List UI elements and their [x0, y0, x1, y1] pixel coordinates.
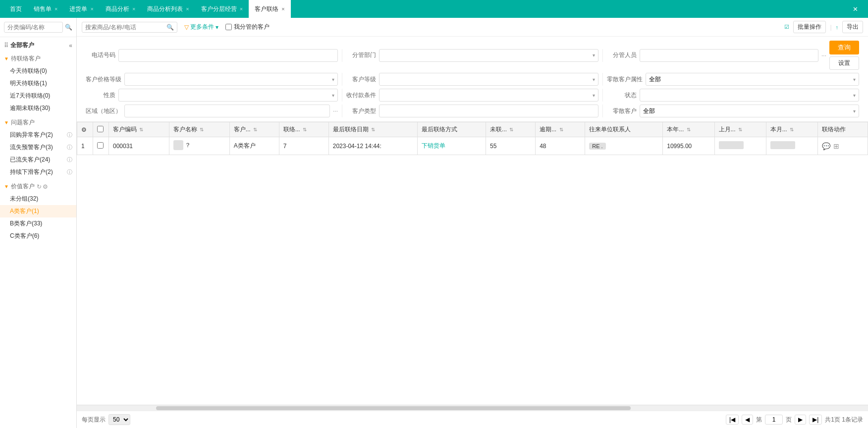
sort-icon[interactable]: ⇅ [139, 127, 143, 132]
sidebar-item-class-b[interactable]: B类客户(33) [0, 217, 76, 230]
scattered-select[interactable]: 全部 ▾ [640, 105, 859, 117]
tab-analysis-list[interactable]: 商品分析列表 × [141, 0, 195, 18]
search-icon[interactable]: 🔍 [166, 24, 174, 31]
sort-icon[interactable]: ⇅ [790, 127, 794, 132]
sidebar-search-input[interactable] [4, 22, 63, 33]
scrollbar-thumb[interactable] [156, 406, 631, 410]
topbar-close-btn[interactable]: ✕ [847, 0, 864, 18]
filter-row-2: 客户价格等级 ▾ 客户等级 ▾ 零散客户属性 全部 [82, 73, 863, 86]
th-no-contact: 未联... ⇅ [486, 122, 536, 137]
dept-select[interactable]: ▾ [379, 49, 598, 62]
tab-sales[interactable]: 销售单 × [28, 0, 63, 18]
prev-page-btn[interactable]: ◀ [742, 415, 753, 425]
last-method-link[interactable]: 下销货单 [422, 142, 445, 149]
search-icon[interactable]: 🔍 [65, 24, 72, 31]
payment-select[interactable]: ▾ [379, 89, 598, 102]
close-icon[interactable]: × [240, 6, 243, 12]
sort-icon[interactable]: ⇅ [200, 127, 204, 132]
filter-status: 状态 ▾ [603, 89, 863, 102]
my-customer-checkbox[interactable]: 我分管的客户 [225, 23, 270, 31]
sort-icon[interactable]: ⇅ [687, 127, 691, 132]
page-size-area: 每页显示 50 [82, 414, 130, 425]
main-search-input[interactable] [85, 24, 164, 31]
data-table: ⚙ 客户编码 ⇅ 客户名称 ⇅ [77, 122, 868, 155]
close-icon[interactable]: × [54, 6, 57, 12]
home-tab[interactable]: 首页 [4, 0, 28, 18]
qr-icon[interactable]: ⊞ [833, 142, 839, 150]
td-type: A类客户 [229, 137, 279, 155]
sort-icon[interactable]: ⇅ [371, 127, 375, 132]
my-customer-check[interactable] [225, 24, 232, 30]
arrow-icon: ▼ [4, 56, 9, 61]
query-btn[interactable]: 查询 [829, 41, 859, 54]
customer-level-select[interactable]: ▾ [379, 73, 598, 86]
setting-btn[interactable]: 设置 [829, 56, 859, 70]
sort-icon[interactable]: ⇅ [253, 127, 257, 132]
td-last-date: 2023-04-12 14:44: [328, 137, 417, 155]
last-page-btn[interactable]: ▶| [809, 415, 822, 425]
price-level-select[interactable]: ▾ [124, 73, 338, 86]
sidebar-item-today[interactable]: 今天待联络(0) [0, 65, 76, 77]
sort-icon[interactable]: ⇅ [559, 127, 563, 132]
chevron-down-icon: ▾ [593, 53, 595, 58]
page-size-select[interactable]: 50 [108, 414, 130, 425]
more-filters-btn[interactable]: ▽ 更多条件 ▾ [181, 21, 221, 33]
first-page-btn[interactable]: |◀ [726, 415, 739, 425]
close-icon[interactable]: × [90, 6, 93, 12]
sidebar-item-tomorrow[interactable]: 明天待联络(1) [0, 77, 76, 90]
row-checkbox[interactable] [97, 142, 104, 149]
tab-analysis[interactable]: 商品分析 × [100, 0, 141, 18]
batch-operation-btn[interactable]: 批量操作 [793, 21, 826, 33]
all-customers-label[interactable]: 全部客户 [10, 41, 34, 50]
sidebar-item-declining[interactable]: 持续下滑客户(2) ⓘ [0, 166, 76, 178]
sidebar-item-class-a[interactable]: A类客户(1) [0, 205, 76, 217]
manager-input[interactable] [640, 49, 818, 62]
next-page-btn[interactable]: ▶ [795, 415, 806, 425]
horizontal-scrollbar[interactable] [77, 405, 868, 411]
th-last-month: 上月... ⇅ [714, 122, 766, 137]
sort-icon[interactable]: ⇅ [303, 127, 307, 132]
sidebar-item-7days[interactable]: 近7天待联络(0) [0, 90, 76, 102]
page-number-input[interactable] [765, 415, 783, 425]
sidebar-item-class-c[interactable]: C类客户(6) [0, 230, 76, 242]
customer-type-input[interactable] [379, 105, 598, 117]
filter-phone: 电话号码 [82, 49, 342, 62]
close-icon[interactable]: × [132, 6, 135, 12]
message-icon[interactable]: 💬 [822, 142, 830, 150]
sidebar-section-value: ▼ 价值客户 ↻ ⚙ 未分组(32) A类客户(1) B类客户(33) C类客户… [0, 179, 76, 243]
close-icon[interactable]: × [186, 6, 189, 12]
refresh-icon[interactable]: ↻ [37, 183, 42, 190]
phone-input[interactable] [118, 49, 338, 62]
dots-icon[interactable]: ··· [821, 52, 826, 59]
sidebar-item-unclassified[interactable]: 未分组(32) [0, 193, 76, 205]
sidebar-item-loss-warning[interactable]: 流失预警客户(3) ⓘ [0, 141, 76, 154]
tab-customer-segment[interactable]: 客户分层经营 × [195, 0, 249, 18]
collapse-icon[interactable]: « [69, 42, 72, 49]
sort-icon[interactable]: ⇅ [509, 127, 513, 132]
export-btn[interactable]: 导出 [842, 21, 863, 33]
sidebar-item-overdue[interactable]: 逾期未联络(30) [0, 102, 76, 114]
sidebar-item-repurchase-abnormal[interactable]: 回购异常客户(2) ⓘ [0, 129, 76, 141]
sidebar-item-lost[interactable]: 已流失客户(24) ⓘ [0, 154, 76, 166]
status-select[interactable]: ▾ [640, 89, 859, 102]
region-input[interactable] [124, 105, 330, 117]
pagination: |◀ ◀ 第 页 ▶ ▶| 共1页 1条记录 [726, 415, 863, 425]
select-all-checkbox[interactable] [97, 126, 104, 132]
close-icon[interactable]: × [281, 6, 284, 12]
chevron-down-icon: ▾ [593, 93, 595, 98]
content-area: 🔍 ▽ 更多条件 ▾ 我分管的客户 ☑ 批量操作 | ↑ 导出 [77, 18, 868, 428]
tab-customer-contact[interactable]: 客户联络 × [249, 0, 290, 18]
sort-icon[interactable]: ⇅ [738, 127, 742, 132]
dots-icon[interactable]: ··· [333, 107, 338, 114]
section-title-problem[interactable]: ▼ 问题客户 [0, 116, 76, 129]
scattered-attr-select[interactable]: 全部 ▾ [646, 73, 859, 86]
section-title-value[interactable]: ▼ 价值客户 ↻ ⚙ [0, 180, 76, 193]
nature-select[interactable]: ▾ [118, 89, 338, 102]
section-title-pending[interactable]: ▼ 待联络客户 [0, 53, 76, 65]
tab-purchase[interactable]: 进货单 × [63, 0, 99, 18]
settings-icon[interactable]: ⚙ [43, 183, 48, 190]
sidebar: 🔍 ⠿ 全部客户 « ▼ 待联络客户 今天待联络(0) 明天待联络(1) 近7天… [0, 18, 77, 428]
query-btns: 查询 设置 [829, 41, 859, 70]
filter-nature: 性质 ▾ [82, 89, 342, 102]
gear-icon[interactable]: ⚙ [81, 126, 87, 133]
